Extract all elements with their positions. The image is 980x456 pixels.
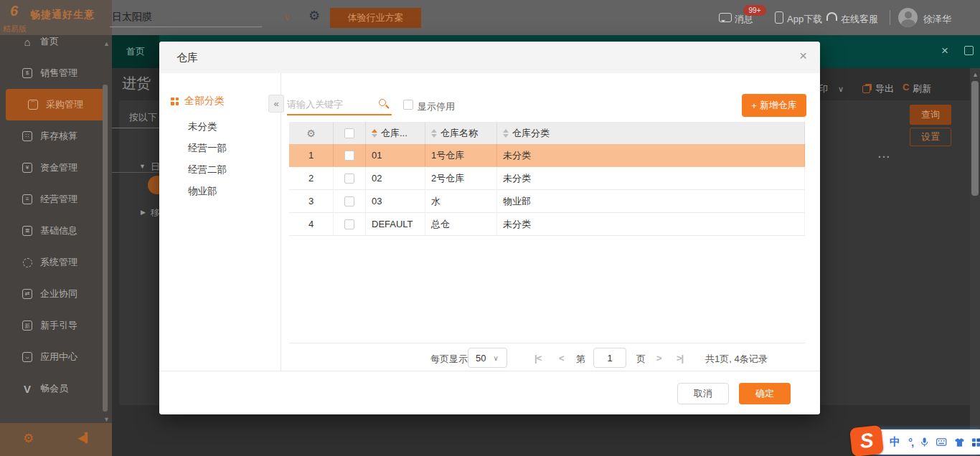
column-header-code[interactable]: 仓库...: [366, 122, 425, 144]
brand-name: 畅捷通好生意: [30, 9, 95, 22]
sidebar-item-collaboration[interactable]: ⇄ 企业协同: [0, 278, 112, 310]
category-item[interactable]: 未分类: [188, 120, 217, 133]
column-settings-gear-icon[interactable]: ⚙: [306, 128, 316, 138]
tab-home[interactable]: 首页: [112, 35, 159, 68]
sidebar-scroll-up-icon[interactable]: ▲: [103, 40, 110, 47]
show-disabled-label[interactable]: 显示停用: [418, 100, 455, 113]
keyboard-icon[interactable]: [936, 437, 946, 447]
select-all-checkbox[interactable]: [344, 128, 354, 138]
refresh-icon[interactable]: C: [903, 82, 909, 92]
username-label[interactable]: 徐泽华: [923, 13, 951, 26]
message-icon[interactable]: [719, 13, 732, 22]
phone-icon[interactable]: [775, 11, 783, 24]
column-header-category[interactable]: 仓库分类: [497, 122, 805, 144]
edition-label: 精易版: [3, 24, 27, 34]
filter-hint-text: 按以下: [129, 111, 157, 124]
page-number-input[interactable]: [593, 348, 626, 368]
table-row[interactable]: 3 03 水 物业部: [289, 190, 805, 213]
sidebar-footer: ⚙ ◀▍: [0, 423, 112, 456]
sidebar-scrollbar[interactable]: [103, 85, 108, 412]
column-header-name[interactable]: 仓库名称: [425, 122, 497, 144]
app-download-label[interactable]: App下载: [787, 13, 822, 26]
warehouse-category: 未分类: [497, 144, 805, 166]
table-row[interactable]: 2 02 2号仓库 未分类: [289, 167, 805, 190]
category-item[interactable]: 经营一部: [188, 142, 227, 155]
trial-industry-button[interactable]: 体验行业方案: [330, 8, 421, 28]
sort-icons[interactable]: [431, 129, 437, 138]
sort-icons[interactable]: [503, 129, 509, 138]
sidebar-scroll-down-icon[interactable]: ▼: [103, 416, 110, 423]
sidebar-item-basic-info[interactable]: ≣ 基础信息: [0, 215, 112, 247]
ime-mode-chinese[interactable]: 中: [890, 435, 900, 449]
divider: [890, 10, 890, 25]
chevron-down-icon[interactable]: ∨: [284, 13, 290, 22]
online-service-label[interactable]: 在线客服: [841, 13, 878, 26]
company-selector[interactable]: 日太阳膜: [112, 11, 152, 24]
tree-caret-closed-icon[interactable]: ▶: [141, 209, 146, 216]
prev-page-icon[interactable]: <: [559, 353, 564, 364]
query-button[interactable]: 查询: [910, 105, 951, 125]
warehouse-table: ⚙ 仓库... 仓库名称 仓库分类 1 01 1号仓: [289, 122, 805, 236]
avatar[interactable]: [898, 8, 918, 27]
first-page-icon[interactable]: |<: [534, 353, 541, 364]
sidebar-item-newbie-guide[interactable]: 新 新手引导: [0, 310, 112, 341]
row-checkbox[interactable]: [344, 151, 354, 161]
sidebar-item-funds[interactable]: ¥ 资金管理: [0, 152, 112, 184]
chevron-down-icon[interactable]: ∨: [838, 85, 844, 94]
category-item[interactable]: 经营二部: [188, 163, 227, 176]
tree-caret-open-icon[interactable]: ▼: [139, 163, 146, 170]
sogou-logo[interactable]: S: [849, 425, 884, 456]
refresh-button[interactable]: 刷新: [913, 82, 931, 95]
warehouse-name: 1号仓库: [425, 144, 497, 166]
settings-button[interactable]: 设置: [910, 128, 951, 146]
close-tab-icon[interactable]: ×: [941, 44, 948, 58]
sidebar-item-system[interactable]: 系统管理: [0, 247, 112, 278]
apps-grid-icon[interactable]: [972, 437, 980, 447]
page-scrollbar-thumb[interactable]: [971, 81, 979, 196]
collapse-sidebar-icon[interactable]: ◀▍: [77, 433, 92, 442]
warehouse-icon: ∷: [22, 130, 33, 142]
warehouse-category: 物业部: [497, 190, 805, 212]
punctuation-icon[interactable]: °,: [908, 436, 913, 448]
confirm-button[interactable]: 确定: [739, 383, 791, 404]
show-disabled-checkbox[interactable]: [403, 100, 413, 110]
sidebar-item-sales[interactable]: $ 销售管理: [0, 57, 112, 89]
shopping-bag-icon: ⌒: [27, 99, 39, 110]
sidebar-item-operations[interactable]: ≡ 经营管理: [0, 184, 112, 215]
row-index: 4: [289, 213, 334, 235]
sidebar-item-app-center[interactable]: ᴗ 应用中心: [0, 341, 112, 373]
export-button[interactable]: 导出: [875, 82, 894, 95]
page-prefix: 第: [576, 353, 585, 366]
table-row[interactable]: 1 01 1号仓库 未分类: [289, 144, 805, 167]
settings-gear-icon[interactable]: ⚙: [23, 432, 34, 445]
row-checkbox[interactable]: [344, 174, 354, 184]
sidebar-item-inventory[interactable]: ∷ 库存核算: [0, 120, 112, 152]
fullscreen-icon[interactable]: [964, 46, 974, 55]
sort-icons[interactable]: [372, 129, 377, 138]
row-checkbox[interactable]: [344, 219, 354, 229]
per-page-select[interactable]: 50 ∨: [468, 348, 507, 368]
next-page-icon[interactable]: >: [656, 353, 661, 364]
add-warehouse-button[interactable]: + 新增仓库: [742, 94, 806, 117]
last-page-icon[interactable]: >|: [677, 353, 683, 364]
shirt-icon[interactable]: [955, 437, 964, 447]
warehouse-name: 2号仓库: [425, 167, 497, 189]
export-icon[interactable]: [862, 85, 870, 93]
table-row[interactable]: 4 DEFAULT 总仓 未分类: [289, 213, 805, 236]
collapse-panel-button[interactable]: «: [268, 95, 284, 113]
search-icon[interactable]: [379, 99, 386, 106]
category-item[interactable]: 物业部: [188, 185, 217, 198]
cancel-button[interactable]: 取消: [677, 383, 729, 404]
all-categories-item[interactable]: 全部分类: [171, 95, 225, 108]
close-icon[interactable]: ×: [799, 49, 807, 62]
sidebar-item-purchase[interactable]: ⌒ 采购管理: [6, 89, 106, 120]
sidebar-item-label: 企业协同: [40, 288, 77, 300]
gear-icon[interactable]: ⚙: [308, 9, 320, 22]
headset-icon[interactable]: [826, 12, 837, 21]
row-checkbox[interactable]: [344, 196, 354, 206]
search-input[interactable]: [287, 94, 392, 115]
more-options-ellipsis[interactable]: ...: [878, 148, 891, 160]
sidebar-item-member[interactable]: V 畅会员: [0, 373, 112, 404]
microphone-icon[interactable]: [920, 437, 928, 448]
page-scroll-up-icon[interactable]: ▲: [972, 71, 979, 78]
